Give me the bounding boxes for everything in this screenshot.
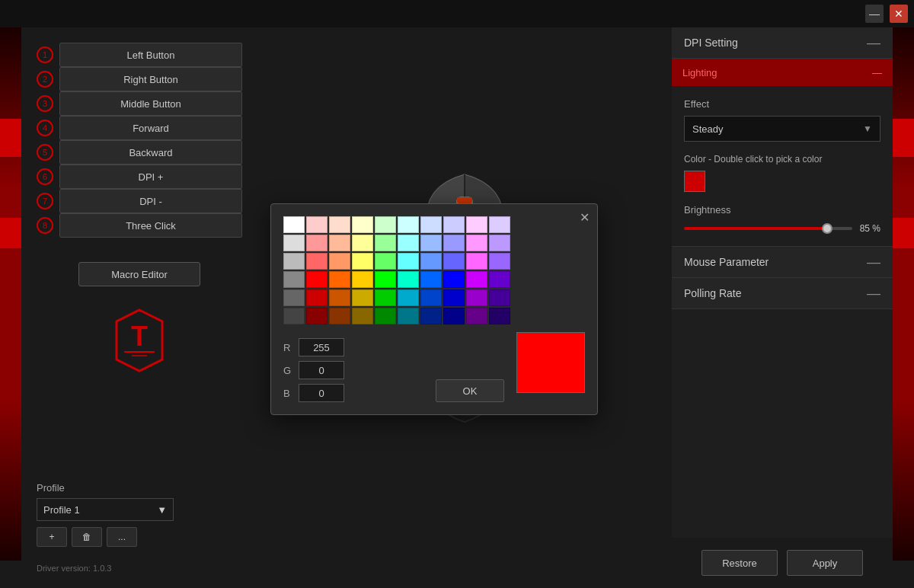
lighting-section: Lighting — Effect Steady ▼ Color - Doubl… <box>672 59 893 247</box>
color-cell[interactable] <box>329 308 350 324</box>
color-cell[interactable] <box>466 289 487 306</box>
mouse-button[interactable]: Backward <box>59 140 242 165</box>
color-cell[interactable] <box>398 235 419 251</box>
color-cell[interactable] <box>489 253 510 270</box>
button-row: 1 Left Button <box>37 43 242 67</box>
color-cell[interactable] <box>443 308 465 324</box>
button-number: 8 <box>37 217 53 234</box>
color-cell[interactable] <box>489 308 510 324</box>
r-input[interactable] <box>299 338 344 356</box>
color-cell[interactable] <box>420 308 442 324</box>
color-cell[interactable] <box>420 216 442 233</box>
color-cell[interactable] <box>420 289 442 306</box>
profile-delete-button[interactable]: 🗑 <box>72 527 102 547</box>
color-cell[interactable] <box>420 271 442 288</box>
lighting-content: Effect Steady ▼ Color - Double click to … <box>672 86 893 246</box>
effect-select[interactable]: Steady ▼ <box>684 116 880 142</box>
color-cell[interactable] <box>352 235 373 251</box>
ok-button[interactable]: OK <box>436 379 504 402</box>
mouse-button[interactable]: Three Click <box>59 213 242 238</box>
color-cell[interactable] <box>352 271 373 288</box>
mouse-param-header[interactable]: Mouse Parameter — <box>672 247 893 277</box>
color-cell[interactable] <box>375 308 396 324</box>
color-cell[interactable] <box>375 253 396 270</box>
color-cell[interactable] <box>306 308 328 324</box>
button-number: 2 <box>37 71 53 88</box>
color-cell[interactable] <box>306 235 328 251</box>
color-cell[interactable] <box>420 235 442 251</box>
left-accent-notch-2 <box>0 218 21 248</box>
color-cell[interactable] <box>466 308 487 324</box>
color-cell[interactable] <box>398 289 419 306</box>
color-cell[interactable] <box>466 271 487 288</box>
color-cell[interactable] <box>329 216 350 233</box>
color-picker-close-button[interactable]: ✕ <box>580 210 590 225</box>
brightness-slider[interactable] <box>684 227 852 230</box>
color-cell[interactable] <box>489 235 510 251</box>
color-cell[interactable] <box>283 271 305 288</box>
color-cell[interactable] <box>329 289 350 306</box>
color-cell[interactable] <box>375 271 396 288</box>
color-cell[interactable] <box>489 271 510 288</box>
color-cell[interactable] <box>489 216 510 233</box>
color-cell[interactable] <box>306 271 328 288</box>
color-cell[interactable] <box>443 289 465 306</box>
color-cell[interactable] <box>283 253 305 270</box>
color-cell[interactable] <box>352 289 373 306</box>
g-input[interactable] <box>299 361 344 379</box>
color-cell[interactable] <box>375 289 396 306</box>
dpi-setting-header[interactable]: DPI Setting — <box>672 27 893 58</box>
apply-button[interactable]: Apply <box>787 550 863 576</box>
color-cell[interactable] <box>420 253 442 270</box>
button-number: 5 <box>37 144 53 161</box>
profile-add-button[interactable]: + <box>37 527 67 547</box>
mouse-button[interactable]: Middle Button <box>59 91 242 116</box>
restore-button[interactable]: Restore <box>701 550 778 576</box>
color-cell[interactable] <box>443 271 465 288</box>
brightness-thumb[interactable] <box>822 223 833 234</box>
color-cell[interactable] <box>283 216 305 233</box>
minimize-button[interactable]: — <box>865 5 884 23</box>
color-cell[interactable] <box>306 216 328 233</box>
color-cell[interactable] <box>398 216 419 233</box>
color-cell[interactable] <box>443 253 465 270</box>
color-cell[interactable] <box>375 235 396 251</box>
dpi-collapse-icon: — <box>867 36 880 50</box>
color-cell[interactable] <box>398 271 419 288</box>
color-cell[interactable] <box>283 235 305 251</box>
color-cell[interactable] <box>466 216 487 233</box>
mouse-button[interactable]: DPI + <box>59 165 242 189</box>
color-cell[interactable] <box>329 253 350 270</box>
color-cell[interactable] <box>466 253 487 270</box>
color-swatch[interactable] <box>684 171 705 192</box>
b-input[interactable] <box>299 384 344 402</box>
color-cell[interactable] <box>329 235 350 251</box>
color-cell[interactable] <box>352 216 373 233</box>
color-cell[interactable] <box>306 289 328 306</box>
mouse-button[interactable]: Left Button <box>59 43 242 67</box>
close-button[interactable]: ✕ <box>890 5 908 23</box>
color-cell[interactable] <box>489 289 510 306</box>
mouse-button[interactable]: Right Button <box>59 67 242 91</box>
color-cell[interactable] <box>398 253 419 270</box>
color-cell[interactable] <box>283 289 305 306</box>
bottom-buttons: Restore Apply <box>672 538 893 588</box>
color-cell[interactable] <box>352 253 373 270</box>
mouse-button[interactable]: Forward <box>59 116 242 140</box>
mouse-button[interactable]: DPI - <box>59 189 242 213</box>
color-cell[interactable] <box>375 216 396 233</box>
color-cell[interactable] <box>466 235 487 251</box>
macro-editor-button[interactable]: Macro Editor <box>78 262 200 286</box>
lighting-header[interactable]: Lighting — <box>672 59 893 86</box>
color-cell[interactable] <box>443 235 465 251</box>
color-cell[interactable] <box>306 253 328 270</box>
profile-select[interactable]: Profile 1 ▼ <box>37 498 174 521</box>
color-cell[interactable] <box>398 308 419 324</box>
right-accent <box>893 27 914 561</box>
color-cell[interactable] <box>329 271 350 288</box>
color-cell[interactable] <box>352 308 373 324</box>
color-cell[interactable] <box>283 308 305 324</box>
color-cell[interactable] <box>443 216 465 233</box>
polling-rate-header[interactable]: Polling Rate — <box>672 278 893 308</box>
profile-more-button[interactable]: ... <box>107 527 137 547</box>
